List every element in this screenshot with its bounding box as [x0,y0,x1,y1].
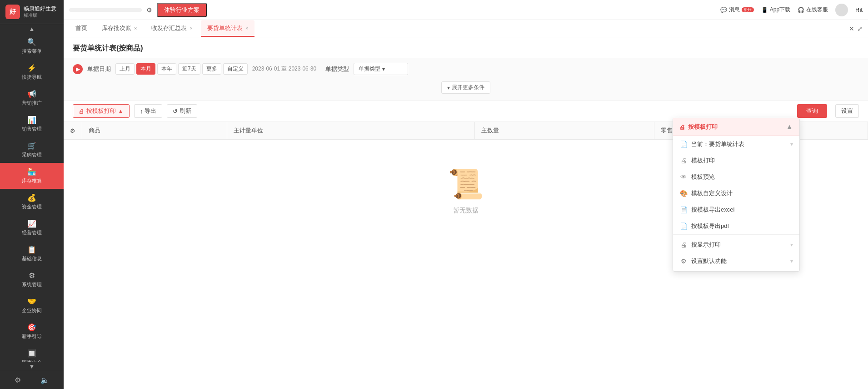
nav-icon: ⚡ [27,64,36,72]
app-version: 标准版 [24,12,56,18]
dropdown-item-模板预览[interactable]: 👁模板预览 [673,169,799,185]
sidebar-item-应用中心[interactable]: 🔲应用中心 [0,344,64,362]
sidebar-item-营销推广[interactable]: 📢营销推广 [0,85,64,111]
tab-close-icon[interactable]: × [190,25,192,31]
sidebar-item-企业协同[interactable]: 🤝企业协同 [0,293,64,318]
refresh-button[interactable]: ↺ 刷新 [167,104,197,118]
date-btn-更多[interactable]: 更多 [202,63,221,75]
tab-库存批次账[interactable]: 库存批次账× [95,20,143,37]
tab-close-icon[interactable]: × [134,25,137,31]
avatar[interactable] [835,4,848,16]
headset-icon: 🎧 [798,7,804,13]
sidebar-item-快捷导航[interactable]: ⚡快捷导航 [0,59,64,85]
dropdown-current-template[interactable]: 📄 当前：要货单统计表 ▾ [673,136,799,152]
nav-icon: 🏪 [27,167,36,176]
dropdown-item-按模板导出excel[interactable]: 📄按模板导出excel [673,202,799,218]
nav-icon: 📢 [27,90,36,98]
nav-label: 库存核算 [22,177,42,184]
sidebar-item-库存核算[interactable]: 🏪库存核算 [0,163,64,189]
sidebar-nav: 🔍搜索菜单⚡快捷导航📢营销推广📊销售管理🛒采购管理🏪库存核算💰资金管理📈经营管理… [0,33,64,362]
logo-icon: 好 [5,5,20,19]
expand-more-button[interactable]: ▾ 展开更多条件 [441,81,490,94]
sidebar-scroll-down[interactable]: ▼ [0,362,64,371]
print-button[interactable]: 🖨 按模板打印 ▲ [73,104,130,118]
export-button[interactable]: ↑ 导出 [134,104,163,118]
dropdown-item-icon: 🎨 [679,190,688,197]
dropdown-section-item-按显示打印[interactable]: 🖨按显示打印▾ [673,237,799,253]
nav-label: 经营管理 [22,229,42,236]
nav-label: 搜索菜单 [22,48,42,55]
app-download-icon: 📱 [761,7,768,13]
nav-label: 资金管理 [22,203,42,210]
top-bar-gear-icon[interactable]: ⚙ [146,6,152,14]
print-dropdown-title: 🖨 按模板打印 [679,123,718,131]
volume-icon[interactable]: 🔈 [40,376,50,384]
tab-首页[interactable]: 首页 [69,20,94,37]
trial-button[interactable]: 体验行业方案 [157,3,207,17]
tab-收发存汇总表[interactable]: 收发存汇总表× [145,20,199,37]
date-btn-本月[interactable]: 本月 [136,63,155,75]
type-select[interactable]: 单据类型 ▾ [354,63,408,75]
current-template-label: 当前：要货单统计表 [691,140,787,148]
print-dropdown: 🖨 按模板打印 ▲ 📄 当前：要货单统计表 ▾ 🖨模板打印👁模板预览🎨模板自定义… [673,118,800,272]
sidebar-item-基础信息[interactable]: 📋基础信息 [0,241,64,267]
date-btn-本年[interactable]: 本年 [157,63,176,75]
col-header-unit: 主计量单位 [227,122,475,140]
expand-more-label: 展开更多条件 [452,84,484,91]
date-btn-自定义[interactable]: 自定义 [223,63,248,75]
maximize-icon[interactable]: ⤢ [857,25,863,32]
sidebar-item-资金管理[interactable]: 💰资金管理 [0,189,64,215]
dropdown-section-item-设置默认功能[interactable]: ⚙设置默认功能▾ [673,253,799,269]
dropdown-item-模板自定义设计[interactable]: 🎨模板自定义设计 [673,185,799,202]
dropdown-item-模板打印[interactable]: 🖨模板打印 [673,152,799,169]
app-download-action[interactable]: 📱 App下载 [761,6,790,14]
settings-button[interactable]: 设置 [835,104,859,118]
sidebar-item-新手引导[interactable]: 🎯新手引导 [0,318,64,344]
query-button[interactable]: 查询 [797,104,827,118]
sidebar-scroll-up[interactable]: ▲ [0,24,64,33]
page-title: 要货单统计表(按商品) [73,44,859,53]
section-item-label: 设置默认功能 [691,257,787,265]
message-action[interactable]: 💬 消息 99+ [720,6,754,14]
print-label: 按模板打印 [86,107,116,115]
current-template-arrow: ▾ [790,141,793,147]
nav-icon: 🎯 [27,323,36,332]
nav-icon: 🤝 [27,297,36,306]
print-dropdown-close-button[interactable]: ▲ [786,123,793,131]
sidebar-item-系统管理[interactable]: ⚙系统管理 [0,267,64,293]
nav-icon: 🔲 [27,349,36,358]
top-bar-search[interactable] [69,8,142,12]
nav-label: 基础信息 [22,255,42,262]
date-buttons: 上月本月本年近7天更多自定义 [115,63,248,75]
filter-expand-button[interactable]: ▶ [73,64,83,74]
tab-要货单统计表[interactable]: 要货单统计表× [201,20,254,37]
dropdown-item-按模板导出pdf[interactable]: 📄按模板导出pdf [673,218,799,234]
nav-label: 系统管理 [22,281,42,288]
nav-icon: 🔍 [27,38,36,46]
close-window-icon[interactable]: ✕ [849,25,854,32]
sidebar-item-采购管理[interactable]: 🛒采购管理 [0,137,64,163]
online-service-action[interactable]: 🎧 在线客服 [798,6,828,14]
sidebar-item-搜索菜单[interactable]: 🔍搜索菜单 [0,33,64,59]
dropdown-item-icon: 📄 [679,222,688,230]
section-arrow-icon: ▾ [790,242,793,248]
tab-label: 要货单统计表 [207,24,243,32]
dropdown-item-label: 模板预览 [691,173,793,181]
dropdown-item-label: 模板自定义设计 [691,189,793,197]
message-icon: 💬 [720,7,727,13]
dropdown-item-label: 按模板导出pdf [691,222,793,230]
nav-label: 快捷导航 [22,74,42,81]
dropdown-item-label: 模板打印 [691,157,793,165]
date-btn-近7天[interactable]: 近7天 [178,63,200,75]
print-dropdown-header: 🖨 按模板打印 ▲ [673,118,799,136]
date-btn-上月[interactable]: 上月 [115,63,135,75]
date-range: 2023-06-01 至 2023-06-30 [252,65,316,73]
tab-close-icon[interactable]: × [245,25,248,31]
section-item-label: 按显示打印 [691,241,787,249]
sidebar-item-经营管理[interactable]: 📈经营管理 [0,215,64,241]
print-dropdown-title-text: 按模板打印 [688,123,718,131]
export-label: 导出 [145,107,156,115]
app-name: 畅康通好生意 [24,5,56,13]
settings-icon[interactable]: ⚙ [15,376,21,384]
sidebar-item-销售管理[interactable]: 📊销售管理 [0,111,64,137]
